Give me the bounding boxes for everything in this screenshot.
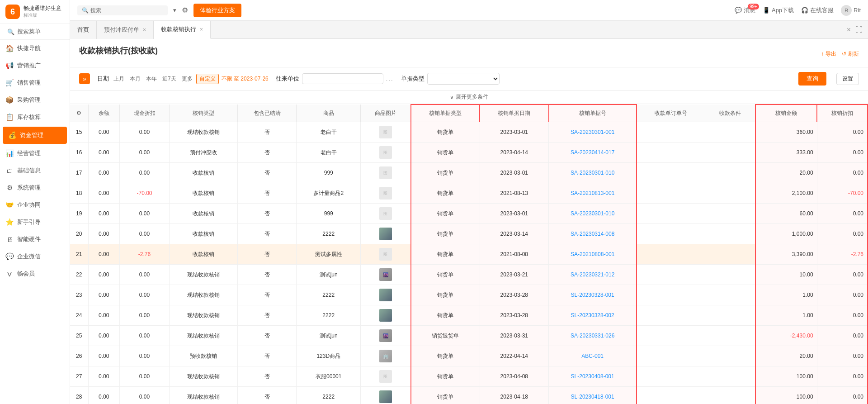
table-header-row: ⚙ 余额 现金折扣 核销类型 包含已结清 商品 商品图片 核销单据类型 核销单据… — [70, 105, 868, 122]
tab-prepaid[interactable]: 预付冲应付单 × — [97, 21, 154, 39]
cancel-number-link[interactable]: SA-20230331-026 — [571, 333, 614, 339]
message-badge[interactable]: 💬 消息 99+ — [735, 6, 755, 14]
date-opt-thismonth[interactable]: 本月 — [128, 74, 142, 84]
cell-goods: 999 — [297, 204, 361, 224]
cell-receipt-condition — [705, 122, 755, 143]
col-balance: 余额 — [88, 105, 119, 122]
date-opt-more[interactable]: 更多 — [180, 74, 194, 84]
cell-balance: 0.00 — [88, 143, 119, 163]
cell-receipt-order — [637, 224, 705, 244]
sidebar-item-guide[interactable]: ⭐ 新手引导 — [0, 214, 70, 231]
cancel-number-link[interactable]: SA-20230301-010 — [571, 210, 614, 217]
sidebar-item-quicknav[interactable]: 🏠 快捷导航 — [0, 40, 70, 57]
online-service[interactable]: 🎧 在线客服 — [801, 6, 834, 14]
sidebar-item-system[interactable]: ⚙ 系统管理 — [0, 179, 70, 196]
cell-cancel-amount: 333.00 — [755, 143, 817, 163]
cancel-number-link[interactable]: SL-20230408-001 — [571, 373, 614, 380]
cell-cancel-date: 2023-04-14 — [480, 143, 548, 163]
topbar-gear-icon[interactable]: ⚙ — [182, 6, 188, 14]
topbar-right-area: 💬 消息 99+ 📱 App下载 🎧 在线客服 R Rit — [735, 5, 861, 16]
sidebar-item-label: 新手引导 — [17, 218, 41, 226]
table-row: 21 0.00 -2.76 收款核销 否 测试多属性 图 销货单 2021-08… — [70, 244, 868, 265]
hardware-icon: 🖥 — [5, 235, 14, 243]
industry-solution-button[interactable]: 体验行业方案 — [193, 4, 241, 17]
cell-cancel-voucher-type: 销货退货单 — [411, 326, 480, 346]
user-info[interactable]: R Rit — [841, 5, 861, 16]
page-header: 收款核销执行(按收款) ↑ 导出 ↺ 刷新 — [70, 39, 868, 67]
cancel-number-link[interactable]: SA-20230321-012 — [571, 271, 614, 278]
sidebar-item-inventory[interactable]: 📋 库存核算 — [0, 109, 70, 126]
filter-expand-button[interactable]: » — [79, 73, 90, 84]
cancel-number-link[interactable]: SL-20230418-001 — [571, 394, 614, 400]
col-gear[interactable]: ⚙ — [70, 105, 88, 122]
cell-include-settled: 否 — [237, 143, 296, 163]
cell-cash-discount: 0.00 — [119, 387, 169, 404]
cancel-number-link[interactable]: SA-20230301-010 — [571, 170, 614, 176]
refresh-button[interactable]: ↺ 刷新 — [842, 50, 859, 58]
col-cancel-number: 核销单据号 — [549, 105, 637, 122]
date-opt-7days[interactable]: 近7天 — [160, 74, 178, 84]
sidebar-item-purchase[interactable]: 📦 采购管理 — [0, 91, 70, 109]
date-opt-thisyear[interactable]: 本年 — [144, 74, 159, 84]
cell-cancel-number: SA-20230301-010 — [549, 163, 637, 183]
sidebar-item-label: 畅会员 — [17, 270, 35, 278]
date-opt-lastmonth[interactable]: 上月 — [112, 74, 126, 84]
tab-receivable[interactable]: 收款核销执行 × — [154, 21, 211, 39]
page-title: 收款核销执行(按收款) — [79, 45, 158, 56]
sidebar-item-hardware[interactable]: 🖥 智能硬件 — [0, 231, 70, 248]
cell-receipt-condition — [705, 285, 755, 305]
cancel-number-link[interactable]: SA-20210808-001 — [571, 251, 614, 257]
cancel-number-link[interactable]: SL-20230328-001 — [571, 292, 614, 298]
cell-cancel-number: SA-20210808-001 — [549, 244, 637, 265]
cancel-number-link[interactable]: SA-20230314-008 — [571, 231, 614, 237]
cell-cancel-discount: 0.00 — [817, 387, 868, 404]
message-icon: 💬 — [735, 7, 742, 14]
date-options: 上月 本月 本年 近7天 更多 自定义 — [112, 74, 219, 84]
sidebar-item-sales[interactable]: 🛒 销售管理 — [0, 74, 70, 91]
sidebar-search[interactable]: 🔍 搜索菜单 — [0, 24, 70, 40]
tab-expand-icon[interactable]: ⛶ — [855, 26, 863, 34]
sidebar-item-marketing[interactable]: 📢 营销推广 — [0, 57, 70, 74]
cancel-number-link[interactable]: SA-20230414-017 — [571, 149, 614, 156]
date-opt-custom[interactable]: 自定义 — [196, 74, 219, 84]
purchase-icon: 📦 — [5, 96, 14, 104]
sidebar-item-label: 企业协同 — [17, 201, 41, 209]
cell-goods-img — [361, 305, 411, 326]
topbar-search-box[interactable]: 🔍 — [77, 5, 168, 15]
topbar-search-input[interactable] — [90, 7, 154, 14]
filter-settings-button[interactable]: 设置 — [836, 73, 859, 85]
cancel-number-link[interactable]: ABC-001 — [581, 353, 604, 359]
cell-no: 15 — [70, 122, 88, 143]
sidebar-item-enterprise[interactable]: 🤝 企业协同 — [0, 196, 70, 214]
export-icon: ↑ — [821, 51, 824, 57]
sidebar-item-operations[interactable]: 📊 经营管理 — [0, 145, 70, 162]
cell-cancel-discount: 0.00 — [817, 366, 868, 387]
expand-more-button[interactable]: ∨ 展开更多条件 — [450, 93, 488, 101]
query-button[interactable]: 查询 — [798, 72, 826, 86]
topbar-dropdown-arrow[interactable]: ▾ — [173, 7, 176, 14]
cell-cancel-number: SA-20230414-017 — [549, 143, 637, 163]
tab-close-all-icon[interactable]: × — [847, 26, 851, 34]
cell-no: 19 — [70, 204, 88, 224]
tab-prepaid-close[interactable]: × — [143, 27, 146, 33]
export-button[interactable]: ↑ 导出 — [821, 50, 836, 58]
gear-icon[interactable]: ⚙ — [76, 110, 81, 116]
wechat-icon: 💬 — [5, 252, 14, 261]
cell-cancel-amount: 10.00 — [755, 265, 817, 285]
cancel-number-link[interactable]: SA-20230301-001 — [571, 129, 614, 135]
col-cash-discount: 现金折扣 — [119, 105, 169, 122]
app-download[interactable]: 📱 App下载 — [763, 6, 794, 14]
cell-cancel-type: 现结收款核销 — [170, 122, 238, 143]
table-row: 28 0.00 0.00 现结收款核销 否 2222 销货单 2023-04-1… — [70, 387, 868, 404]
sidebar-item-wechat[interactable]: 💬 企业微信 — [0, 248, 70, 265]
sidebar-item-finance[interactable]: 💰 资金管理 — [3, 127, 67, 144]
tab-home[interactable]: 首页 — [70, 21, 97, 39]
voucher-type-select[interactable] — [427, 73, 500, 85]
tab-receivable-close[interactable]: × — [200, 26, 203, 33]
sidebar-item-basic[interactable]: 🗂 基础信息 — [0, 162, 70, 179]
cell-receipt-condition — [705, 224, 755, 244]
sidebar-item-member[interactable]: V 畅会员 — [0, 265, 70, 282]
partner-input[interactable] — [302, 73, 383, 84]
cancel-number-link[interactable]: SA-20210813-001 — [571, 190, 614, 196]
cancel-number-link[interactable]: SL-20230328-002 — [571, 312, 614, 318]
